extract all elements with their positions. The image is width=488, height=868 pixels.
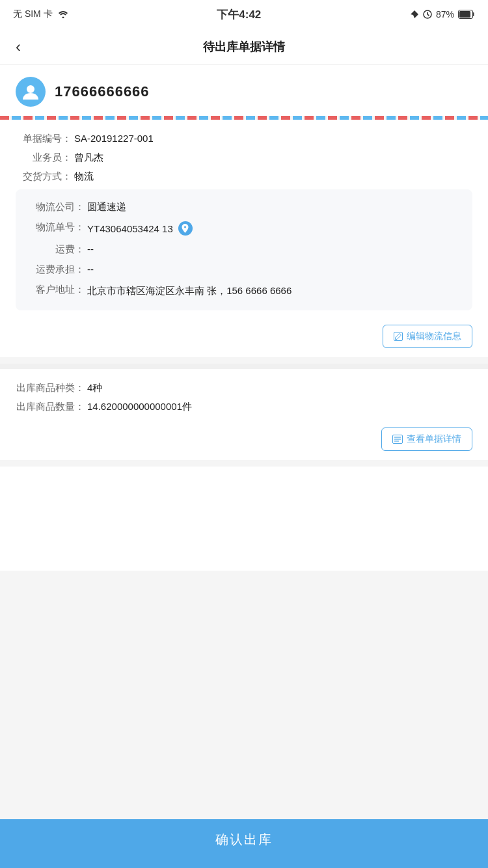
order-no-value: SA-20191227-001 — [74, 133, 472, 144]
salesman-label: 业务员： — [16, 152, 74, 164]
status-bar: 无 SIM 卡 下午4:42 87% — [0, 0, 488, 29]
logistics-company-label: 物流公司： — [29, 201, 87, 213]
logistics-freight-bearer-row: 运费承担： -- — [29, 264, 459, 276]
tracking-number-text: YT43064053424 13 — [87, 223, 173, 234]
delivery-value: 物流 — [74, 170, 472, 183]
logistics-address-value: 北京市市辖区海淀区永丰南 张，156 6666 6666 — [87, 284, 459, 299]
carrier-text: 无 SIM 卡 — [13, 8, 53, 20]
avatar-icon — [21, 83, 40, 101]
list-icon — [392, 435, 403, 444]
svg-rect-3 — [459, 11, 470, 18]
svg-point-4 — [27, 85, 34, 93]
bottom-spacer — [0, 467, 488, 571]
delivery-label: 交货方式： — [16, 170, 74, 183]
wifi-icon — [58, 10, 68, 18]
goods-types-row: 出库商品种类： 4种 — [16, 382, 472, 394]
separator-1 — [0, 364, 488, 369]
view-detail-button[interactable]: 查看单据详情 — [381, 427, 472, 451]
logistics-company-row: 物流公司： 圆通速递 — [29, 201, 459, 213]
edit-btn-row: 编辑物流信息 — [16, 317, 472, 351]
logistics-address-label: 客户地址： — [29, 284, 87, 296]
status-time: 下午4:42 — [217, 7, 261, 22]
logistics-tracking-value: YT43064053424 13 — [87, 221, 459, 236]
delivery-row: 交货方式： 物流 — [16, 170, 472, 183]
order-no-label: 单据编号： — [16, 133, 74, 145]
confirm-btn-wrap: 确认出库 — [0, 819, 488, 868]
goods-types-label: 出库商品种类： — [16, 382, 87, 394]
map-pin-icon[interactable] — [178, 221, 193, 236]
edit-btn-label: 编辑物流信息 — [407, 331, 461, 342]
edit-icon — [394, 332, 403, 341]
status-right: 87% — [410, 9, 475, 20]
goods-quantity-label: 出库商品数量： — [16, 401, 87, 413]
location-arrow-icon — [410, 10, 419, 19]
page-title: 待出库单据详情 — [203, 39, 285, 55]
avatar — [16, 77, 46, 107]
view-detail-row: 查看单据详情 — [16, 420, 472, 454]
status-carrier: 无 SIM 卡 — [13, 8, 68, 20]
goods-types-value: 4种 — [87, 382, 102, 394]
user-phone: 17666666666 — [55, 83, 150, 100]
edit-logistics-button[interactable]: 编辑物流信息 — [383, 325, 472, 348]
logistics-address-row: 客户地址： 北京市市辖区海淀区永丰南 张，156 6666 6666 — [29, 284, 459, 299]
logistics-freight-bearer-value: -- — [87, 264, 459, 275]
salesman-row: 业务员： 曾凡杰 — [16, 152, 472, 164]
order-info-section: 单据编号： SA-20191227-001 业务员： 曾凡杰 交货方式： 物流 … — [0, 120, 488, 357]
logistics-tracking-label: 物流单号： — [29, 221, 87, 234]
goods-quantity-value: 14.620000000000001件 — [87, 401, 192, 413]
confirm-outbound-button[interactable]: 确认出库 — [215, 831, 273, 848]
view-detail-btn-label: 查看单据详情 — [407, 433, 461, 445]
logistics-freight-bearer-label: 运费承担： — [29, 264, 87, 276]
logistics-freight-row: 运费： -- — [29, 243, 459, 256]
nav-bar: ‹ 待出库单据详情 — [0, 29, 488, 65]
logistics-freight-value: -- — [87, 243, 459, 254]
order-no-row: 单据编号： SA-20191227-001 — [16, 133, 472, 145]
goods-quantity-row: 出库商品数量： 14.620000000000001件 — [16, 401, 472, 413]
logistics-freight-label: 运费： — [29, 243, 87, 256]
back-button[interactable]: ‹ — [16, 39, 21, 55]
clock-icon — [423, 10, 432, 19]
user-header: 17666666666 — [0, 65, 488, 116]
svg-point-0 — [62, 17, 64, 19]
salesman-value: 曾凡杰 — [74, 152, 472, 164]
battery-text: 87% — [436, 9, 454, 20]
battery-icon — [458, 10, 475, 19]
logistics-tracking-row: 物流单号： YT43064053424 13 — [29, 221, 459, 236]
logistics-company-value: 圆通速递 — [87, 201, 459, 213]
logistics-card: 物流公司： 圆通速递 物流单号： YT43064053424 13 运费： -- — [16, 189, 472, 310]
goods-section: 出库商品种类： 4种 出库商品数量： 14.620000000000001件 查… — [0, 369, 488, 460]
